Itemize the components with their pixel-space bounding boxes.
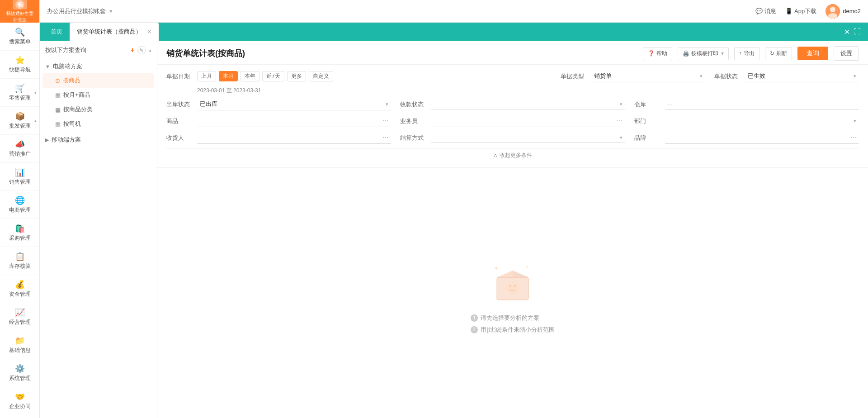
- sidebar-item-inventory[interactable]: 📋 库存核算: [0, 247, 39, 275]
- receiver-dots-btn[interactable]: ···: [382, 133, 388, 142]
- sidebar-item-operations[interactable]: 📈 经营管理: [0, 303, 39, 331]
- purchase-icon: 🛍️: [15, 223, 25, 233]
- scheme-item-by-goods-category[interactable]: ▦ 按商品分类: [42, 102, 154, 117]
- sidebar-item-quick-nav[interactable]: ⭐ 快捷导航: [0, 51, 39, 79]
- help-label: 帮助: [656, 50, 667, 57]
- warehouse-select[interactable]: 已出库 ▾: [197, 98, 391, 110]
- help-icon: ❓: [648, 50, 655, 57]
- date-btn-7days[interactable]: 近7天: [262, 71, 284, 81]
- salesman-dots-btn[interactable]: ···: [616, 117, 622, 125]
- tab-expand-icon[interactable]: ⛶: [854, 28, 861, 36]
- warehouse-label: 出库状态: [166, 100, 193, 109]
- scheme-item-by-month-goods[interactable]: ▦ 按月+商品: [42, 88, 154, 102]
- sidebar-item-newbie[interactable]: 🎯 新手引导: [0, 415, 39, 418]
- add-scheme-btn[interactable]: +: [130, 46, 134, 54]
- filter-item-settle: 结算方式 ▾: [400, 133, 625, 143]
- tip-num-1: 1: [471, 314, 478, 322]
- export-icon: ↑: [739, 50, 742, 57]
- tab-close-icon[interactable]: ✕: [147, 28, 151, 35]
- filter-panel-actions: + ✎ «: [130, 46, 151, 54]
- export-btn[interactable]: ↑ 导出: [734, 47, 760, 60]
- svg-point-11: [514, 285, 516, 287]
- sidebar-item-ecommerce[interactable]: 🌐 电商管理: [0, 191, 39, 219]
- message-btn[interactable]: 💬 消息: [755, 7, 776, 15]
- logo-label: 畅捷通好生意: [6, 10, 33, 17]
- settle-select[interactable]: ▾: [431, 133, 625, 143]
- filter-item-salesman: 业务员 ···: [400, 115, 625, 127]
- empty-tips: 1 请先选择要分析的方案 2 用[过滤]条件来缩小分析范围: [471, 314, 554, 334]
- sidebar-item-label-finance: 资金管理: [9, 290, 31, 298]
- query-btn[interactable]: 查询: [797, 47, 828, 60]
- tab-sales-stats[interactable]: 销货单统计表（按商品） ✕: [70, 23, 159, 41]
- quick-nav-icon: ⭐: [15, 55, 25, 65]
- svg-point-4: [828, 13, 837, 19]
- status-select[interactable]: 已生效 ▾: [745, 70, 859, 82]
- sidebar-item-label-marketing: 营销推广: [9, 150, 31, 158]
- sidebar-item-search[interactable]: 🔍 搜索菜单: [0, 23, 39, 51]
- sidebar-item-finance[interactable]: 💰 资金管理: [0, 275, 39, 303]
- brand-dots-btn[interactable]: ···: [850, 133, 856, 142]
- sidebar-item-enterprise[interactable]: 🤝 企业协同: [0, 387, 39, 415]
- sidebar-item-system[interactable]: ⚙️ 系统管理: [0, 359, 39, 387]
- sidebar-item-wholesale[interactable]: 📦 批发管理 ▴: [0, 107, 39, 135]
- by-cashier-icon: ▦: [55, 121, 61, 128]
- sidebar-item-sales[interactable]: 📊 销售管理: [0, 163, 39, 191]
- date-btn-this-year[interactable]: 本年: [241, 71, 259, 81]
- goods-label: 商品: [166, 117, 193, 125]
- date-btn-custom[interactable]: 自定义: [309, 71, 333, 81]
- pc-group-label: 电脑端方案: [53, 62, 82, 71]
- wholesale-expand-icon: ▴: [34, 119, 37, 123]
- sidebar-item-label-quick-nav: 快捷导航: [9, 66, 31, 74]
- scheme-item-by-goods[interactable]: ⊙ 按商品: [42, 73, 154, 88]
- storage-value: ···: [668, 101, 856, 108]
- help-btn[interactable]: ❓ 帮助: [643, 47, 672, 60]
- sidebar-item-label-retail: 零售管理: [9, 94, 31, 102]
- content-area: 按以下方案查询 + ✎ « ▼ 电脑端方案 ⊙ 按商品 ▦: [40, 41, 868, 418]
- sidebar-item-marketing[interactable]: 📣 营销推广: [0, 135, 39, 163]
- settings-btn[interactable]: 设置: [834, 46, 859, 61]
- payment-select[interactable]: ▾: [431, 100, 625, 109]
- user-profile-btn[interactable]: demo2: [826, 4, 861, 19]
- filter-item-warehouse-status: 出库状态 已出库 ▾: [166, 98, 391, 110]
- filter-row-3: 商品 ··· 业务员 ··· 部门: [166, 115, 859, 127]
- scheme-group-pc-header[interactable]: ▼ 电脑端方案: [40, 60, 157, 73]
- basic-icon: 📁: [15, 336, 25, 346]
- tab-home[interactable]: 首页: [43, 23, 70, 41]
- svg-text:✦: ✦: [525, 264, 529, 269]
- print-dropdown-icon[interactable]: ▾: [721, 50, 724, 57]
- date-btn-last-month[interactable]: 上月: [197, 71, 216, 81]
- dept-select[interactable]: ▾: [665, 116, 859, 126]
- scheme-item-by-cashier[interactable]: ▦ 按司机: [42, 117, 154, 131]
- by-cashier-label: 按司机: [63, 120, 81, 128]
- filter-row-2: 出库状态 已出库 ▾ 收款状态 ▾ 仓库: [166, 98, 859, 110]
- scheme-group-mobile: ▶ 移动端方案: [40, 133, 157, 147]
- date-btn-this-month[interactable]: 本月: [219, 71, 238, 81]
- collapse-panel-btn[interactable]: «: [148, 47, 151, 54]
- app-download-btn[interactable]: 📱 App下载: [785, 7, 816, 15]
- by-goods-category-label: 按商品分类: [63, 105, 93, 114]
- edit-scheme-btn[interactable]: ✎: [137, 46, 146, 54]
- collapse-filters-btn[interactable]: ∧ 收起更多条件: [166, 148, 859, 162]
- filter-item-receiver: 收货人 ···: [166, 132, 391, 144]
- tab-close-window-icon[interactable]: ✕: [844, 28, 850, 36]
- sidebar-item-purchase[interactable]: 🛍️ 采购管理: [0, 219, 39, 247]
- sidebar: 畅 畅捷通好生意 标准版 🔍 搜索菜单 ⭐ 快捷导航 🛒 零售管理 ▾ 📦 批发…: [0, 0, 40, 418]
- sidebar-item-retail[interactable]: 🛒 零售管理 ▾: [0, 79, 39, 107]
- type-select[interactable]: 销货单 ▾: [591, 70, 705, 82]
- goods-dots-btn[interactable]: ···: [382, 117, 388, 125]
- print-btn[interactable]: 🖨️ 按模板打印 ▾: [678, 47, 729, 60]
- breadcrumb-dropdown-icon[interactable]: ▾: [109, 8, 113, 14]
- refresh-btn[interactable]: ↻ 刷新: [765, 47, 792, 60]
- by-goods-category-icon: ▦: [55, 106, 61, 113]
- scheme-group-mobile-header[interactable]: ▶ 移动端方案: [40, 133, 157, 147]
- message-icon: 💬: [755, 8, 763, 14]
- date-btn-more[interactable]: 更多: [287, 71, 306, 81]
- sidebar-item-basic[interactable]: 📁 基础信息: [0, 331, 39, 359]
- filter-item-date: 单据日期 上月 本月 本年 近7天 更多 自定义: [166, 71, 552, 81]
- app-logo[interactable]: 畅 畅捷通好生意 标准版: [0, 0, 39, 23]
- empty-illustration: ✦ ✦: [486, 252, 540, 307]
- settle-label: 结算方式: [400, 134, 427, 142]
- sidebar-item-label-basic: 基础信息: [9, 347, 31, 354]
- salesman-label: 业务员: [400, 117, 427, 125]
- search-icon: 🔍: [15, 27, 25, 37]
